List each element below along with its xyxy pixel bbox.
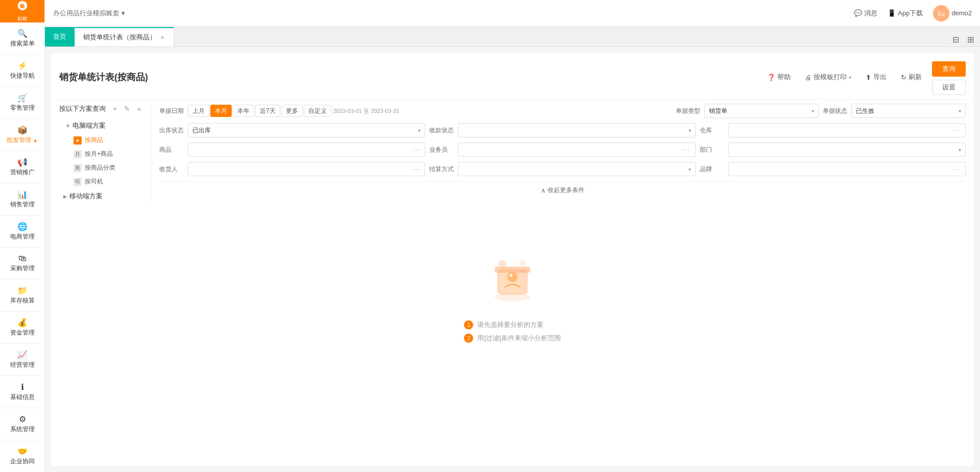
department-select[interactable]: ▾	[728, 143, 966, 157]
filter-field-date: 单据日期 上月 本月 本年 近7天 更多 自定义	[159, 105, 672, 117]
tab-minimize-btn[interactable]: ⊟	[950, 33, 961, 46]
scheme-by-category[interactable]: 类 按商品分类	[61, 161, 144, 175]
user-profile[interactable]: Ea demo2	[933, 5, 972, 21]
empty-state: 1 请先选择要分析的方案 2 用[过滤]条件来缩小分析范围	[51, 208, 974, 384]
sidebar-item-system[interactable]: ⚙ 系统管理	[0, 408, 44, 440]
date-btn-custom[interactable]: 自定义	[304, 105, 331, 117]
desktop-scheme-group: ▼ 电脑端方案 ● 按商品 月 按月+商品 类	[59, 118, 144, 188]
filter-field-payment: 结算方式 ▾	[429, 162, 695, 176]
by-product-icon: ●	[74, 136, 82, 145]
print-btn[interactable]: 🖨 按模板打印 ▾	[801, 70, 855, 84]
tab-maximize-btn[interactable]: ⊞	[965, 33, 976, 46]
sidebar-item-purchase[interactable]: 🛍 采购管理	[0, 248, 44, 279]
help-btn[interactable]: ❓ 帮助	[763, 70, 795, 84]
sidebar-item-operations[interactable]: 📈 经营管理	[0, 344, 44, 376]
svg-text:Ea: Ea	[938, 10, 945, 17]
empty-tip-2: 2 用[过滤]条件来缩小分析范围	[464, 334, 560, 343]
sidebar-item-basic[interactable]: ℹ 基础信息	[0, 376, 44, 408]
filter-field-doc-status: 单据状态 已生效 ▾	[823, 104, 966, 118]
payment-select[interactable]: ▾	[458, 162, 695, 176]
receipt-status-select[interactable]: ▾	[458, 123, 695, 137]
filter-field-department: 部门 ▾	[700, 143, 966, 157]
sidebar-item-inventory[interactable]: 📁 库存核算	[0, 279, 44, 312]
sidebar-label-purchase: 采购管理	[10, 265, 35, 272]
product-select[interactable]: ···	[188, 143, 425, 157]
top-header: 办公用品行业模拟账套 ▾ 💬 消息 📱 App下载 Ea demo	[45, 0, 980, 27]
consignee-select[interactable]: ···	[188, 162, 425, 176]
scheme-by-month-product-label: 按月+商品	[85, 150, 113, 158]
svg-text:畅: 畅	[20, 4, 24, 9]
sales-icon: 📊	[2, 190, 42, 199]
sidebar-item-marketing[interactable]: 📢 营销推广	[0, 151, 44, 183]
doc-status-label: 单据状态	[823, 107, 851, 115]
message-btn[interactable]: 💬 消息	[854, 9, 877, 18]
date-btn-7days[interactable]: 近7天	[255, 105, 280, 117]
consignee-dots: ···	[412, 166, 421, 173]
sidebar-label-wholesale: 批发管理	[7, 136, 31, 144]
warehouse-select[interactable]: ···	[728, 123, 966, 137]
date-btn-this-month[interactable]: 本月	[210, 105, 232, 117]
doc-type-select[interactable]: 销货单 ▾	[704, 104, 819, 118]
corp-icon: 🤝	[2, 446, 42, 456]
desktop-scheme-title[interactable]: ▼ 电脑端方案	[61, 118, 144, 133]
collapse-sidebar-btn[interactable]: «	[134, 104, 144, 114]
date-btn-last-month[interactable]: 上月	[188, 105, 209, 117]
sidebar-label-finance: 资金管理	[10, 329, 35, 336]
tab-close-icon[interactable]: ✕	[159, 34, 165, 41]
department-chevron: ▾	[959, 147, 961, 153]
by-cashier-icon: 司	[74, 178, 82, 186]
date-btn-more[interactable]: 更多	[281, 105, 303, 117]
help-icon: ❓	[767, 74, 775, 81]
doc-type-control: 销货单 ▾	[704, 104, 819, 118]
scheme-by-month-product[interactable]: 月 按月+商品	[61, 147, 144, 161]
query-button[interactable]: 查询	[932, 61, 966, 77]
sidebar-item-quick-nav[interactable]: ⚡ 快捷导航	[0, 55, 44, 87]
sidebar-label-inventory: 库存核算	[10, 297, 35, 304]
doc-status-select[interactable]: 已生效 ▾	[851, 104, 966, 118]
sidebar-item-sales[interactable]: 📊 销售管理	[0, 183, 44, 216]
refresh-btn[interactable]: ↻ 刷新	[897, 70, 926, 84]
add-scheme-btn[interactable]: ＋	[110, 104, 120, 114]
date-btn-this-year[interactable]: 本年	[233, 105, 254, 117]
help-label: 帮助	[777, 73, 791, 82]
out-status-select[interactable]: 已出库 ▾	[188, 123, 425, 137]
sidebar-item-search[interactable]: 🔍 搜索菜单	[0, 22, 44, 55]
filter-row-3: 商品 ··· 业务员	[159, 143, 966, 157]
header-right: 💬 消息 📱 App下载 Ea demo2	[854, 5, 972, 21]
collapse-filters-btn[interactable]: ∧ 收起更多条件	[159, 181, 966, 199]
desktop-scheme-label: 电脑端方案	[72, 121, 106, 130]
mobile-scheme[interactable]: ▶ 移动端方案	[59, 188, 144, 204]
wholesale-icon: 📦	[2, 125, 42, 135]
by-category-icon: 类	[74, 164, 82, 172]
scheme-by-cashier[interactable]: 司 按司机	[61, 175, 144, 188]
export-label: 导出	[873, 73, 887, 82]
industry-selector[interactable]: 办公用品行业模拟账套 ▾	[53, 9, 125, 18]
app-logo[interactable]: 畅 标账	[0, 0, 44, 22]
sidebar-item-ecom[interactable]: 🌐 电商管理	[0, 216, 44, 248]
sidebar-item-wholesale[interactable]: 📦 批发管理 ▲	[0, 119, 44, 151]
staff-dots: ···	[683, 146, 691, 153]
edit-scheme-btn[interactable]: ✎	[122, 104, 132, 114]
svg-rect-9	[495, 267, 530, 273]
doc-type-chevron: ▾	[812, 108, 814, 114]
tip-text-1: 请先选择要分析的方案	[477, 320, 544, 329]
tip-text-2: 用[过滤]条件来缩小分析范围	[477, 334, 560, 343]
tab-sales-stats[interactable]: 销货单统计表（按商品） ✕	[75, 27, 174, 46]
tip-num-1: 1	[464, 320, 473, 329]
settings-button[interactable]: 设置	[932, 80, 966, 95]
export-btn[interactable]: ⬆ 导出	[862, 70, 891, 84]
staff-select[interactable]: ···	[458, 143, 695, 157]
message-label: 消息	[864, 9, 877, 18]
date-buttons: 上月 本月 本年 近7天 更多 自定义	[188, 105, 331, 117]
sidebar-item-corp[interactable]: 🤝 企业协同	[0, 440, 44, 472]
scheme-by-product[interactable]: ● 按商品	[61, 133, 144, 147]
tab-home[interactable]: 首页	[45, 27, 75, 46]
sidebar-item-retail[interactable]: 🛒 零售管理	[0, 87, 44, 119]
sidebar-item-finance[interactable]: 💰 资金管理	[0, 312, 44, 344]
sidebar-label-search: 搜索菜单	[10, 40, 35, 47]
svg-point-11	[520, 260, 526, 266]
edit-icon: ✎	[124, 105, 130, 113]
app-download-btn[interactable]: 📱 App下载	[888, 9, 923, 18]
date-label: 单据日期	[159, 107, 188, 115]
brand-select[interactable]: ···	[728, 162, 966, 176]
